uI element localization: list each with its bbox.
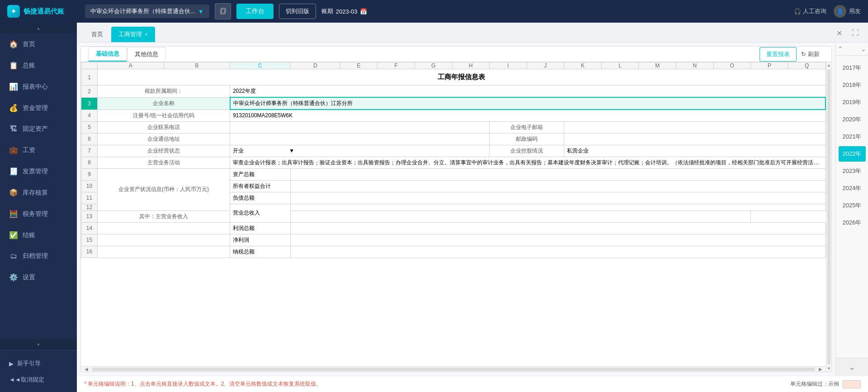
cell-7-label1[interactable]: 企业经营状态 [98, 145, 230, 157]
copy-button[interactable] [215, 3, 231, 19]
cell-16-value[interactable] [290, 246, 826, 258]
cell-3-label[interactable]: 企业名称 [98, 97, 230, 110]
col-header-d[interactable]: D [290, 62, 340, 69]
cell-5-label2[interactable]: 企业电子邮箱 [490, 121, 564, 133]
cell-15-value[interactable] [290, 234, 826, 246]
cell-9-total-assets[interactable]: 资产总额 [230, 168, 291, 180]
cell-13-value[interactable] [290, 210, 750, 222]
col-header-a[interactable]: A [98, 62, 164, 69]
sidebar-item-payroll[interactable]: 💼 工资 [0, 139, 77, 161]
cell-6-postcode[interactable] [564, 133, 826, 145]
sidebar-item-assets[interactable]: 🏗 固定资产 [0, 119, 77, 139]
col-header-k[interactable]: K [564, 62, 602, 69]
col-header-m[interactable]: M [639, 62, 676, 69]
cell-5-label1[interactable]: 企业联系电话 [98, 121, 230, 133]
workbench-button[interactable]: 工作台 [236, 4, 274, 19]
reset-report-button[interactable]: 重置报表 [760, 47, 797, 62]
company-selector[interactable]: 中审众环会计师事务所（特殊普通合伙... ▼ [85, 5, 209, 18]
unpin-sidebar[interactable]: ◄◄取消固定 [0, 372, 77, 387]
year-panel-down-arrow[interactable]: ⌄ [861, 45, 866, 53]
scroll-track[interactable] [92, 368, 815, 371]
col-header-o[interactable]: O [713, 62, 751, 69]
col-header-i[interactable]: I [490, 62, 527, 69]
year-item-2022[interactable]: 2022年 [839, 146, 866, 162]
year-item-2017[interactable]: 2017年 [839, 60, 866, 76]
cell-6-address[interactable] [230, 133, 490, 145]
cell-11-value[interactable] [290, 192, 826, 204]
spreadsheet-wrapper[interactable]: A B C D E F G H I J [81, 62, 826, 366]
scroll-down-button[interactable]: ▼ [826, 365, 831, 372]
v-scroll-track[interactable] [827, 69, 830, 364]
col-header-g[interactable]: G [415, 62, 452, 69]
sidebar-scroll-down[interactable]: ▼ [0, 339, 77, 350]
sidebar-scroll-up[interactable]: ▲ [0, 23, 77, 33]
tab-home[interactable]: 首页 [84, 27, 110, 42]
cell-11-liab[interactable]: 负债总额 [230, 192, 291, 204]
cell-12-value[interactable] [290, 204, 826, 210]
scroll-up-button[interactable]: ▲ [826, 62, 831, 68]
year-panel-bottom-nav[interactable]: ⌄ [836, 358, 868, 376]
col-header-h[interactable]: H [452, 62, 490, 69]
cell-13-label[interactable]: 其中：主营业务收入 [98, 210, 230, 222]
year-item-2020[interactable]: 2020年 [839, 112, 866, 127]
sidebar-item-inventory[interactable]: 📦 库存核算 [0, 182, 77, 203]
cell-10-value[interactable] [290, 180, 826, 192]
cell-14-value[interactable] [290, 222, 826, 234]
cell-7-label2[interactable]: 企业控股情况 [490, 145, 564, 157]
cell-8-value[interactable]: 审查企业会计报表；出具审计报告；验证企业资本；出具验资报告；办理企业合并、分立、… [230, 157, 826, 168]
sidebar-item-home[interactable]: 🏠 首页 [0, 33, 77, 55]
cell-2-c[interactable]: 2022年度 [230, 86, 826, 98]
cell-4-label[interactable]: 注册号/统一社会信用代码 [98, 110, 230, 121]
cell-16-tax[interactable]: 纳税总额 [230, 246, 291, 258]
consult-button[interactable]: 🎧 人工咨询 [794, 7, 826, 15]
year-item-2024[interactable]: 2024年 [839, 181, 866, 196]
cell-14-profit[interactable]: 利润总额 [230, 222, 291, 234]
sidebar-item-ledger[interactable]: 📋 总账 [0, 55, 77, 76]
tab-basic-info[interactable]: 基础信息 [88, 47, 127, 62]
cell-5-phone[interactable] [230, 121, 490, 133]
col-header-b[interactable]: B [164, 62, 230, 69]
col-header-n[interactable]: N [676, 62, 714, 69]
sidebar-item-settings[interactable]: ⚙️ 设置 [0, 267, 77, 288]
year-item-2018[interactable]: 2018年 [839, 77, 866, 93]
tab-commerce[interactable]: 工商管理 × [111, 27, 155, 42]
col-header-j[interactable]: J [527, 62, 564, 69]
cell-3-value[interactable]: 中审众环会计师事务所（特殊普通合伙）江苏分所 [230, 97, 826, 110]
cell-7-status[interactable]: 开业 ▼ [230, 145, 490, 157]
tab-other-info[interactable]: 其他信息 [127, 47, 166, 61]
col-header-p[interactable]: P [751, 62, 788, 69]
col-header-l[interactable]: L [601, 62, 639, 69]
year-item-2026[interactable]: 2026年 [839, 215, 866, 230]
cell-6-label1[interactable]: 企业通信地址 [98, 133, 230, 145]
close-window-button[interactable]: ✕ [834, 28, 844, 38]
new-user-guide[interactable]: ▶ 新手引导 [0, 355, 77, 372]
cell-4-value[interactable]: 91320100MA208E5W6K [230, 110, 826, 121]
sidebar-item-archive[interactable]: 🗂 归档管理 [0, 246, 77, 267]
user-menu[interactable]: 👤 用友 [834, 5, 861, 18]
year-item-2025[interactable]: 2025年 [839, 198, 866, 213]
cell-10-equity[interactable]: 所有者权益合计 [230, 180, 291, 192]
sidebar-item-close[interactable]: ✅ 结账 [0, 225, 77, 246]
col-header-f[interactable]: F [377, 62, 415, 69]
sidebar-item-invoice[interactable]: 🧾 发票管理 [0, 161, 77, 182]
scroll-right-button[interactable]: ▶ [817, 366, 824, 372]
calendar-icon[interactable]: 📅 [360, 8, 367, 15]
cell-2-ab[interactable]: 税款所属期间： [98, 86, 230, 98]
year-panel-up-arrow[interactable]: ⌃ [838, 45, 843, 53]
sidebar-item-tax[interactable]: 🧮 税务管理 [0, 203, 77, 225]
expand-window-button[interactable]: ⛶ [850, 28, 861, 38]
cell-title[interactable]: 工商年报信息表 [98, 69, 826, 86]
horizontal-scrollbar[interactable]: ◀ ▶ [81, 366, 826, 372]
tab-close-icon[interactable]: × [145, 31, 148, 38]
sidebar-item-funds[interactable]: 💰 资金管理 [0, 97, 77, 119]
vertical-scrollbar[interactable]: ▲ ▼ [826, 62, 831, 372]
refresh-button[interactable]: ↻ 刷新 [797, 48, 824, 61]
cell-5-email[interactable] [564, 121, 826, 133]
year-item-2021[interactable]: 2021年 [839, 129, 866, 144]
old-version-button[interactable]: 切到旧版 [279, 4, 316, 19]
col-header-q[interactable]: Q [788, 62, 826, 69]
cell-8-label[interactable]: 主营业务活动 [98, 157, 230, 168]
cell-6-label2[interactable]: 邮政编码 [490, 133, 564, 145]
col-header-c[interactable]: C [230, 62, 291, 69]
sidebar-item-reports[interactable]: 📊 报表中心 [0, 76, 77, 97]
